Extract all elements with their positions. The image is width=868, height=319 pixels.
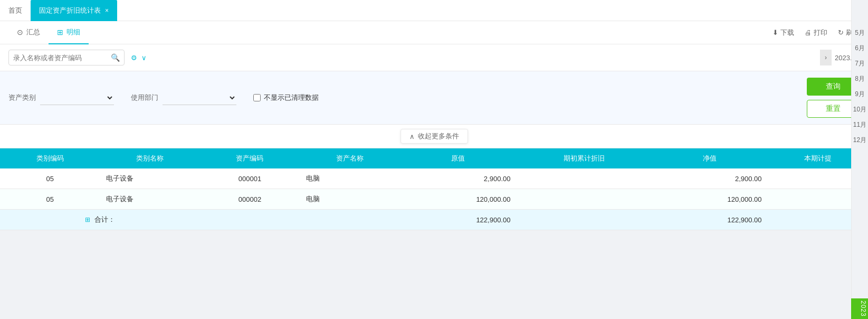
sidebar-month-6[interactable]: 6月: [852, 41, 868, 56]
col-original-value: 原值: [400, 148, 517, 168]
col-category-name: 类别名称: [100, 148, 199, 168]
right-sidebar: 5月 6月 7月 8月 9月 10月 11月 12月 2023: [851, 0, 868, 319]
cell-asset-code: 000001: [200, 168, 300, 189]
print-button[interactable]: 🖨 打印: [805, 28, 827, 37]
download-label: 下载: [780, 28, 794, 37]
table-header: 类别编码 类别名称 资产编码 资产名称 原值 期初累计折旧 净值 本期计提: [0, 148, 868, 168]
total-empty-1: [200, 210, 300, 230]
print-icon: 🖨: [805, 29, 812, 36]
chevron-up-icon: ∧: [409, 133, 415, 140]
total-label-cell: ⊞ 合计：: [0, 210, 200, 230]
cell-asset-code: 000002: [200, 189, 300, 210]
cell-asset-name: 电脑: [300, 168, 399, 189]
year-badge[interactable]: 2023: [851, 298, 868, 319]
tab-summary[interactable]: ⊙ 汇总: [8, 21, 49, 44]
cell-net-value: 120,000.00: [651, 189, 768, 210]
sidebar-month-8[interactable]: 8月: [852, 71, 868, 87]
summary-icon: ⊙: [17, 28, 23, 36]
collapse-button[interactable]: ∧ 收起更多条件: [400, 129, 468, 144]
total-icon: ⊞: [85, 216, 90, 223]
detail-icon: ⊞: [57, 28, 63, 36]
toolbar: ⊙ 汇总 ⊞ 明细 ⬇ 下载 🖨 打印 ↻ 刷新: [0, 21, 868, 44]
table-row: 05 电子设备 000001 电脑 2,900.00 2,900.00: [0, 168, 868, 189]
search-input-wrap: 🔍: [8, 50, 125, 65]
data-table: 类别编码 类别名称 资产编码 资产名称 原值 期初累计折旧 净值 本期计提 05…: [0, 148, 868, 230]
cell-accumulated-depreciation: [517, 168, 651, 189]
sidebar-month-7[interactable]: 7月: [852, 56, 868, 71]
tab-title: 固定资产折旧统计表: [39, 6, 101, 15]
total-net-value: 122,900.00: [651, 210, 768, 230]
cell-net-value: 2,900.00: [651, 168, 768, 189]
hide-cleared-label: 不显示已清理数据: [264, 93, 319, 102]
asset-category-select[interactable]: [40, 90, 114, 105]
main-layout: 类别编码 类别名称 资产编码 资产名称 原值 期初累计折旧 净值 本期计提 05…: [0, 148, 868, 319]
tab-summary-label: 汇总: [26, 27, 40, 37]
more-conditions-button[interactable]: ⚙ ∨: [131, 54, 147, 62]
sidebar-month-10[interactable]: 10月: [852, 102, 868, 117]
cell-category-code: 05: [0, 189, 100, 210]
total-empty-2: [300, 210, 399, 230]
sidebar-month-11[interactable]: 11月: [852, 117, 868, 133]
filter-icon: ⚙: [131, 54, 137, 62]
col-accumulated-depreciation: 期初累计折旧: [517, 148, 651, 168]
department-select[interactable]: [163, 90, 236, 105]
sidebar-month-5[interactable]: 5月: [852, 25, 868, 41]
table-wrap: 类别编码 类别名称 资产编码 资产名称 原值 期初累计折旧 净值 本期计提 05…: [0, 148, 868, 230]
cell-accumulated-depreciation: [517, 189, 651, 210]
total-accumulated: [517, 210, 651, 230]
tab-detail[interactable]: ⊞ 明细: [49, 21, 89, 44]
total-row: ⊞ 合计： 122,900.00 122,900.00: [0, 210, 868, 230]
cell-original-value: 120,000.00: [400, 189, 517, 210]
col-net-value: 净值: [651, 148, 768, 168]
main-content: 类别编码 类别名称 资产编码 资产名称 原值 期初累计折旧 净值 本期计提 05…: [0, 148, 868, 319]
hide-cleared-filter: 不显示已清理数据: [253, 93, 319, 102]
hide-cleared-checkbox[interactable]: [253, 94, 261, 101]
cell-original-value: 2,900.00: [400, 168, 517, 189]
table-body: 05 电子设备 000001 电脑 2,900.00 2,900.00 05 电…: [0, 168, 868, 230]
col-asset-name: 资产名称: [300, 148, 399, 168]
sidebar-month-12[interactable]: 12月: [852, 133, 868, 148]
active-tab: 固定资产折旧统计表 ×: [31, 0, 117, 21]
cell-category-name: 电子设备: [100, 168, 199, 189]
cell-category-name: 电子设备: [100, 189, 199, 210]
print-label: 打印: [814, 28, 827, 37]
filter-row: 资产类别 使用部门 不显示已清理数据 查询 重置: [0, 71, 868, 125]
search-icon: 🔍: [111, 53, 120, 62]
collapse-row: ∧ 收起更多条件: [0, 125, 868, 148]
department-filter: 使用部门: [131, 90, 236, 105]
tab-detail-label: 明细: [66, 27, 80, 37]
search-input[interactable]: [13, 54, 109, 62]
date-arrow-button[interactable]: ›: [820, 50, 832, 65]
download-icon: ⬇: [772, 29, 778, 36]
total-original-value: 122,900.00: [400, 210, 517, 230]
search-bar: 🔍 ⚙ ∨ › 2023.01: [0, 44, 868, 71]
top-nav: 首页 固定资产折旧统计表 × ×: [0, 0, 868, 21]
collapse-label: 收起更多条件: [418, 132, 459, 141]
total-label: 合计：: [94, 215, 115, 223]
cell-asset-name: 电脑: [300, 189, 399, 210]
download-button[interactable]: ⬇ 下载: [772, 28, 794, 37]
sidebar-month-9[interactable]: 9月: [852, 87, 868, 102]
home-tab[interactable]: 首页: [8, 6, 31, 15]
col-asset-code: 资产编码: [200, 148, 300, 168]
toolbar-right: ⬇ 下载 🖨 打印 ↻ 刷新: [772, 28, 860, 37]
chevron-down-icon: ∨: [141, 54, 147, 62]
tab-close-button[interactable]: ×: [105, 7, 109, 14]
refresh-icon: ↻: [838, 29, 844, 36]
col-category-code: 类别编码: [0, 148, 100, 168]
cell-category-code: 05: [0, 168, 100, 189]
table-row: 05 电子设备 000002 电脑 120,000.00 120,000.00: [0, 189, 868, 210]
asset-category-label: 资产类别: [8, 93, 36, 102]
asset-category-filter: 资产类别: [8, 90, 114, 105]
department-label: 使用部门: [131, 93, 158, 102]
